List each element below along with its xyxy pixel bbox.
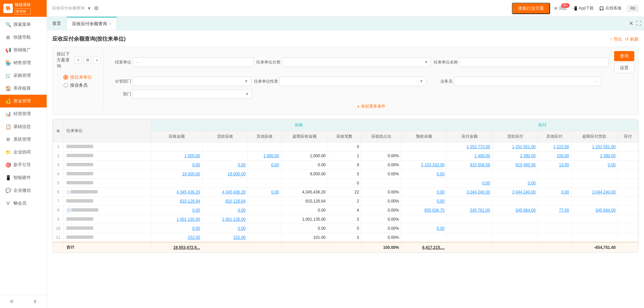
settlement-unit-input[interactable]: ··· xyxy=(132,57,254,67)
footer-prepay[interactable]: 6,417,215.... xyxy=(401,242,447,253)
sidebar-item-guide[interactable]: 🎯 新手引导 xyxy=(0,159,47,171)
table-settings-th[interactable]: ⚙ xyxy=(53,120,64,142)
header-dropdown-arrow[interactable]: ▼ xyxy=(87,6,91,11)
table-cell[interactable]: 3,044,240.00 xyxy=(571,188,618,197)
sidebar-settings-btn[interactable]: ⚙ xyxy=(7,298,16,305)
app-download-button[interactable]: 📲 App下载 xyxy=(572,5,594,11)
table-cell[interactable]: 345,684.00 xyxy=(571,206,618,215)
page-actions: ↑ 导出 ↺ 刷新 xyxy=(610,36,639,42)
scheme-item-salesperson[interactable]: 按业务员 xyxy=(63,81,101,89)
table-cell[interactable]: 1,222.00 xyxy=(538,142,571,151)
table-cell[interactable]: 1,000.00 xyxy=(151,151,202,161)
table-cell[interactable]: 0.00 xyxy=(401,224,447,233)
dept-input[interactable]: ▼ xyxy=(132,89,252,99)
query-button[interactable]: 查询 xyxy=(614,51,634,61)
table-cell[interactable]: 915,495.56 xyxy=(492,161,538,170)
sidebar-collapse-btn[interactable]: ⏸ xyxy=(30,298,40,305)
tab-active[interactable]: 应收应付余额查询 × xyxy=(67,17,117,30)
user-profile[interactable]: Rit xyxy=(627,5,639,12)
add-scheme-btn[interactable]: + xyxy=(74,56,82,64)
table-cell[interactable]: 1,390.00 xyxy=(571,151,618,161)
table-cell[interactable]: 0.00 xyxy=(151,206,202,215)
table-cell[interactable]: 100.00 xyxy=(538,151,571,161)
th-ap-extra: 应付 xyxy=(618,131,638,142)
table-cell[interactable]: 1,001,135.00 xyxy=(202,215,248,224)
partner-nature-input[interactable]: ▼ xyxy=(279,77,426,86)
tab-close-window-btn[interactable]: ✕ xyxy=(629,20,633,27)
partner-category-input[interactable]: ▼ xyxy=(282,57,431,67)
table-cell[interactable]: 0.00 xyxy=(401,170,447,179)
table-cell[interactable]: 77.00 xyxy=(538,206,571,215)
table-cell[interactable]: 4,345,436.20 xyxy=(151,188,202,197)
sidebar-item-search[interactable]: 🔍 搜索菜单 xyxy=(0,18,47,31)
refresh-button[interactable]: ↺ 刷新 xyxy=(625,36,639,42)
export-button[interactable]: ↑ 导出 xyxy=(610,36,623,42)
table-cell[interactable]: 810,126.64 xyxy=(151,197,202,206)
scheme-item-partner[interactable]: 按往来单位 xyxy=(63,73,101,81)
footer-ar-total[interactable]: 19,553,472,6... xyxy=(151,242,202,253)
table-cell[interactable]: 1,252,773.00 xyxy=(447,142,492,151)
table-cell[interactable]: 0.00 xyxy=(248,161,281,170)
collapse-scheme-btn[interactable]: « xyxy=(93,56,101,64)
table-cell[interactable]: 1,490.00 xyxy=(447,151,492,161)
sidebar-item-basic-info[interactable]: 📋 基础信息 xyxy=(0,120,47,133)
sidebar-item-operations[interactable]: 📊 经营管理 xyxy=(0,107,47,120)
table-cell[interactable]: 152.00 xyxy=(202,233,248,243)
table-cell[interactable]: 18,000.00 xyxy=(202,170,248,179)
table-cell[interactable]: 13.00 xyxy=(538,161,571,170)
table-cell[interactable]: 810,126.64 xyxy=(202,197,248,206)
table-cell[interactable]: 1,390.00 xyxy=(492,151,538,161)
sidebar-item-purchase[interactable]: 🛒 采购管理 xyxy=(0,69,47,82)
table-cell[interactable]: 0.00 xyxy=(492,179,538,188)
tab-expand-btn[interactable]: ⛶ xyxy=(636,20,641,27)
table-cell[interactable]: 2,153,333.00 xyxy=(401,161,447,170)
edit-scheme-btn[interactable]: ⚙ xyxy=(84,56,91,64)
sidebar-item-finance[interactable]: 💰 资金管理 xyxy=(0,95,47,107)
header-settings-icon[interactable]: ⚙ xyxy=(94,5,99,11)
sidebar-item-quicknav[interactable]: ⊞ 快捷导航 xyxy=(0,31,47,44)
sidebar-item-marketing[interactable]: 📢 营销推广 xyxy=(0,44,47,56)
partner-name-input[interactable] xyxy=(459,57,609,67)
table-cell[interactable]: 0.00 xyxy=(202,224,248,233)
sidebar-item-sales[interactable]: 🏪 销售管理 xyxy=(0,56,47,69)
table-cell[interactable]: 0.00 xyxy=(401,197,447,206)
sidebar-item-inventory[interactable]: 🏠 库存核算 xyxy=(0,82,47,95)
table-cell[interactable]: 1,000.00 xyxy=(248,151,281,161)
table-cell[interactable]: 0.00 xyxy=(202,206,248,215)
tab-home[interactable]: 首页 xyxy=(47,17,67,30)
finance-icon: 💰 xyxy=(5,98,11,104)
settings-button[interactable]: 设置 xyxy=(614,62,634,73)
table-cell[interactable]: 0.00 xyxy=(571,161,618,170)
table-cell[interactable]: 0.00 xyxy=(202,161,248,170)
sidebar-item-system[interactable]: ⚙ 系统管理 xyxy=(0,133,47,146)
table-cell[interactable]: 1,251,551.00 xyxy=(492,142,538,151)
table-cell[interactable]: 0.00 xyxy=(447,179,492,188)
table-cell[interactable]: 152.00 xyxy=(151,233,202,243)
salesperson-input[interactable]: ··· xyxy=(454,77,601,86)
tab-close-btn[interactable]: × xyxy=(109,22,111,26)
table-cell[interactable]: 655,636.75 xyxy=(401,206,447,215)
online-service-button[interactable]: 🎧 在线客服 xyxy=(599,5,622,11)
table-cell[interactable]: 345,684.00 xyxy=(492,206,538,215)
sidebar-item-member[interactable]: V 畅会员 xyxy=(0,197,47,210)
message-button[interactable]: ✉ 消息 99+ xyxy=(554,5,567,11)
table-cell[interactable]: 3,044,240.00 xyxy=(492,188,538,197)
table-cell[interactable]: 0.00 xyxy=(151,161,202,170)
sidebar-item-hardware[interactable]: 📱 智能硬件 xyxy=(0,171,47,184)
table-cell[interactable]: 915,508.56 xyxy=(447,161,492,170)
sidebar-item-collab[interactable]: 📁 企业协同 xyxy=(0,146,47,159)
table-cell[interactable]: 345,761.00 xyxy=(447,206,492,215)
promo-button[interactable]: 体验行业方案 xyxy=(512,3,550,14)
table-cell[interactable]: 18,000.00 xyxy=(151,170,202,179)
sidebar-item-wechat[interactable]: 💬 企业微信 xyxy=(0,184,47,197)
table-cell[interactable]: 0.00 xyxy=(538,188,571,197)
table-cell[interactable]: 0.00 xyxy=(401,188,447,197)
table-cell[interactable]: 1,251,551.00 xyxy=(571,142,618,151)
table-cell[interactable]: 1,001,135.00 xyxy=(151,215,202,224)
dept-manager-input[interactable]: ▼ xyxy=(132,77,251,86)
collapse-more-btn[interactable]: ∧ 收起更多条件 xyxy=(108,102,634,111)
table-cell[interactable]: 0.00 xyxy=(151,224,202,233)
table-cell[interactable]: 0.00 xyxy=(248,188,281,197)
table-cell[interactable]: 3,044,240.00 xyxy=(447,188,492,197)
table-cell[interactable]: 4,345,436.20 xyxy=(202,188,248,197)
